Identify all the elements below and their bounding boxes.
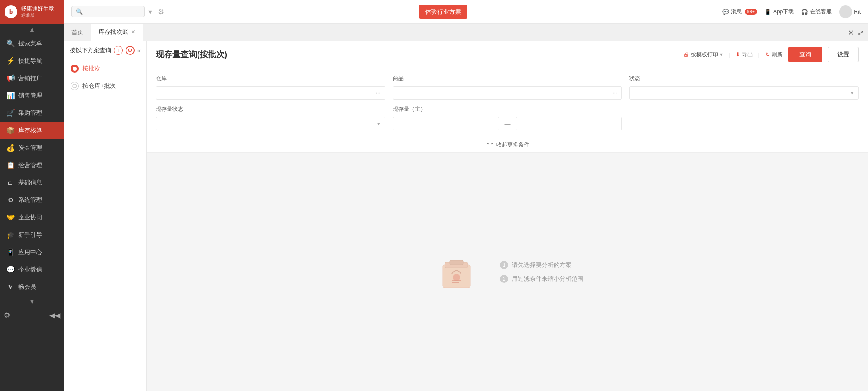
service-icon: 🎧 (801, 9, 808, 15)
sidebar-header: b 畅康通好生意 标准版 (0, 0, 64, 24)
inv-status-dropdown-arrow[interactable]: ▾ (377, 120, 380, 127)
mobile-icon: 📱 (6, 248, 15, 256)
sidebar-item-label-finance: 资金管理 (18, 144, 42, 152)
print-label: 按模板打印 (691, 51, 718, 59)
plan-warehouse-batch-label: 按仓库+批次 (82, 82, 116, 90)
print-dropdown-arrow[interactable]: ▾ (720, 51, 723, 58)
sidebar-item-enterprise[interactable]: 🤝 企业协同 (0, 209, 64, 226)
sidebar-item-basic[interactable]: 🗂 基础信息 (0, 174, 64, 191)
left-panel-header: 按以下方案查询 + ⚙ « (64, 41, 146, 60)
tab-batch-account[interactable]: 库存批次账 ✕ (91, 24, 143, 41)
close-all-icon[interactable]: ✕ (848, 28, 854, 37)
app-download-button[interactable]: 📱 App下载 (764, 8, 794, 16)
collapse-left-panel-button[interactable]: « (137, 47, 141, 54)
warehouse-field: 仓库 ··· (156, 75, 385, 100)
inventory-status-select[interactable]: ▾ (156, 117, 385, 130)
left-panel-title: 按以下方案查询 (70, 46, 111, 54)
status-select[interactable]: ▾ (629, 86, 859, 100)
tab-home[interactable]: 首页 (64, 24, 91, 41)
plan-item-batch[interactable]: 按批次 (64, 60, 146, 77)
sidebar-item-weixin[interactable]: 💬 企业微信 (0, 261, 64, 278)
experience-button[interactable]: 体验行业方案 (419, 5, 467, 19)
add-plan-button[interactable]: + (114, 46, 123, 55)
lightning-icon: ⚡ (6, 57, 15, 65)
sidebar-item-purchase[interactable]: 🛒 采购管理 (0, 104, 64, 122)
inventory-status-label: 现存量状态 (156, 105, 385, 113)
svg-point-0 (73, 67, 77, 71)
scroll-up-arrow[interactable]: ▲ (0, 24, 64, 35)
plan-item-warehouse-batch[interactable]: 按仓库+批次 (64, 77, 146, 95)
app-edition: 标准版 (21, 12, 54, 19)
dropdown-arrow[interactable]: ▾ (148, 7, 152, 16)
folder-icon: 🗂 (6, 179, 15, 187)
status-dropdown-arrow[interactable]: ▾ (851, 90, 854, 97)
tab-close-icon[interactable]: ✕ (131, 29, 135, 34)
messages-button[interactable]: 💬 消息 99+ (722, 8, 757, 16)
sidebar-item-finance[interactable]: 💰 资金管理 (0, 139, 64, 157)
expand-icon[interactable]: ⤢ (857, 28, 863, 37)
sidebar-item-shortcut[interactable]: ⚡ 快捷导航 (0, 52, 64, 70)
user-name: Rit (854, 9, 861, 15)
sidebar-item-operation[interactable]: 📋 经营管理 (0, 157, 64, 174)
settings-header-icon[interactable]: ⚙ (158, 7, 164, 16)
vip-icon: V (6, 283, 15, 291)
status-field: 状态 ▾ (629, 75, 859, 100)
box-icon: 📦 (6, 126, 15, 135)
collapse-sidebar-icon[interactable]: ◀◀ (49, 311, 60, 320)
export-icon: ⬇ (736, 51, 740, 58)
sidebar-item-inventory[interactable]: 📦 库存核算 (0, 122, 64, 139)
user-profile[interactable]: Rit (839, 5, 861, 18)
refresh-icon: ↻ (765, 51, 770, 58)
divider1: | (728, 51, 730, 58)
settings-icon[interactable]: ⚙ (4, 311, 10, 320)
print-button[interactable]: 🖨 按模板打印 ▾ (683, 51, 723, 59)
page-header-actions: 🖨 按模板打印 ▾ | ⬇ 导出 | ↻ 刷新 查询 (683, 47, 859, 62)
inventory-qty-from[interactable] (393, 117, 499, 130)
inventory-status-field: 现存量状态 ▾ (156, 105, 385, 130)
sidebar-item-label-operation: 经营管理 (18, 161, 42, 169)
sidebar-item-label-shortcut: 快捷导航 (18, 57, 42, 65)
filter-settings-button[interactable]: 设置 (828, 47, 859, 62)
sidebar-item-appstore[interactable]: 📱 应用中心 (0, 244, 64, 261)
sidebar-bottom: ⚙ ◀◀ (0, 307, 64, 323)
tip-num-1: 1 (500, 261, 508, 269)
sidebar-item-label-search: 搜索菜单 (18, 39, 42, 48)
sidebar-item-search[interactable]: 🔍 搜索菜单 (0, 35, 64, 52)
search-input[interactable] (85, 9, 140, 15)
svg-point-1 (73, 84, 77, 88)
online-service-button[interactable]: 🎧 在线客服 (801, 8, 832, 16)
warehouse-label: 仓库 (156, 75, 385, 82)
chart-icon: 📊 (6, 92, 15, 100)
search-icon-header: 🔍 (76, 8, 83, 15)
sidebar-item-marketing[interactable]: 📢 营销推广 (0, 70, 64, 87)
sidebar-item-newbie[interactable]: 🎓 新手引导 (0, 226, 64, 244)
goods-input[interactable]: ··· (393, 86, 622, 100)
plan-settings-button[interactable]: ⚙ (126, 46, 135, 55)
sidebar-item-label-appstore: 应用中心 (18, 248, 42, 256)
refresh-button[interactable]: ↻ 刷新 (765, 51, 783, 59)
export-button[interactable]: ⬇ 导出 (736, 51, 753, 59)
warehouse-input[interactable]: ··· (156, 86, 385, 100)
user-avatar (839, 5, 852, 18)
sidebar-item-sales[interactable]: 📊 销售管理 (0, 87, 64, 104)
global-search[interactable]: 🔍 (71, 6, 145, 17)
header-center: 体验行业方案 (419, 5, 467, 19)
megaphone-icon: 📢 (6, 74, 15, 82)
sidebar-item-label-newbie: 新手引导 (18, 231, 42, 239)
collapse-row[interactable]: ⌃⌃ 收起更多条件 (147, 137, 868, 153)
sidebar-item-label-system: 系统管理 (18, 196, 42, 204)
tip-text-1: 请先选择要分析的方案 (512, 261, 571, 269)
cart-icon: 🛒 (6, 109, 15, 117)
query-button[interactable]: 查询 (788, 47, 822, 62)
filter-area: 仓库 ··· 商品 ··· (147, 68, 868, 137)
sidebar-item-member[interactable]: V 畅会员 (0, 278, 64, 296)
sidebar-item-system[interactable]: ⚙ 系统管理 (0, 191, 64, 209)
warehouse-more-icon[interactable]: ··· (376, 90, 380, 96)
inventory-qty-to[interactable] (516, 117, 622, 130)
page-title: 现存量查询(按批次) (156, 49, 227, 60)
sidebar-item-label-member: 畅会员 (18, 283, 36, 291)
messages-label: 消息 (731, 8, 742, 16)
inactive-plan-indicator (71, 82, 79, 90)
scroll-down-arrow[interactable]: ▼ (0, 296, 64, 307)
goods-more-icon[interactable]: ··· (612, 90, 617, 96)
